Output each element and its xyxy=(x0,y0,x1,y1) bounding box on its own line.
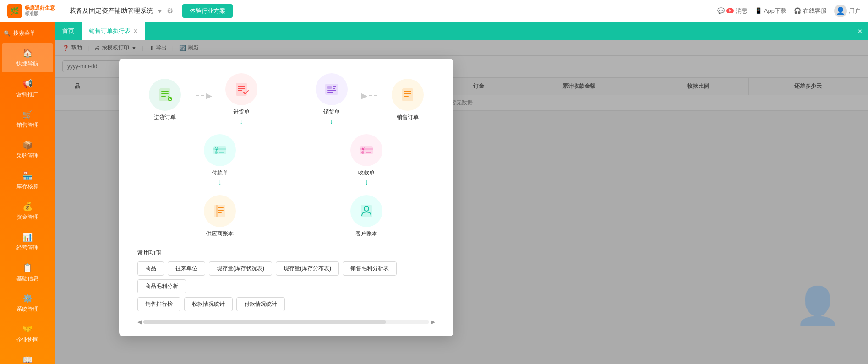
experience-btn[interactable]: 体验行业方案 xyxy=(182,4,233,18)
flow-column-purchase-bill: 进货单 ↓ xyxy=(214,73,269,127)
func-btn-stock-distribution[interactable]: 现存量(库存分布表) xyxy=(276,261,339,276)
common-functions: 常用功能 商品 往来单位 现存量(库存状况表) 现存量(库存分布表) 销售毛利分… xyxy=(137,249,435,311)
svg-rect-17 xyxy=(404,93,411,94)
func-btn-contacts[interactable]: 往来单位 xyxy=(168,261,205,276)
svg-rect-9 xyxy=(325,84,338,95)
svg-rect-13 xyxy=(327,90,336,91)
modal-overlay[interactable]: 进货订单 ▶ xyxy=(55,40,868,364)
app-download-btn[interactable]: 📱 App下载 xyxy=(755,7,786,15)
modal-box: 进货订单 ▶ xyxy=(119,59,453,336)
finance-icon: 💰 xyxy=(22,201,33,212)
svg-rect-1 xyxy=(161,91,169,92)
management-icon: 📊 xyxy=(22,232,33,242)
user-name: 用户 xyxy=(849,7,861,15)
marketing-icon: 📢 xyxy=(22,79,33,89)
purchase-order-circle[interactable] xyxy=(149,79,181,111)
sidebar-item-cooperation[interactable]: 🤝 企业协同 xyxy=(2,320,53,348)
svg-rect-22 xyxy=(219,152,224,153)
home-tab-label: 首页 xyxy=(62,27,74,35)
sidebar-item-finance[interactable]: 💰 资金管理 xyxy=(2,197,53,226)
svg-rect-6 xyxy=(238,86,245,87)
flow-node-purchase-bill: 进货单 xyxy=(214,73,269,116)
purchase-icon: 📦 xyxy=(22,140,33,150)
sidebar-label-cooperation: 企业协同 xyxy=(16,336,38,344)
purchase-bill-circle[interactable] xyxy=(225,73,257,105)
svg-rect-7 xyxy=(238,88,245,89)
func-btn-receipt-stats[interactable]: 收款情况统计 xyxy=(184,297,233,311)
phone-icon: 📱 xyxy=(755,7,762,14)
sidebar-label-sales: 销售管理 xyxy=(16,121,38,129)
customer-ledger-label: 客户账本 xyxy=(355,230,377,238)
arrow-receipt-down: ↓ xyxy=(365,179,368,186)
func-btn-stock-status[interactable]: 现存量(库存状况表) xyxy=(209,261,272,276)
svg-rect-27 xyxy=(366,152,371,153)
sidebar-item-quick-nav[interactable]: 🏠 快捷导航 xyxy=(2,43,53,72)
headset-icon: 🎧 xyxy=(794,7,801,14)
scrollbar-track[interactable] xyxy=(143,320,429,324)
decorative-figure: 👤 xyxy=(795,284,841,327)
logo-icon: 🌿 xyxy=(7,4,22,18)
svg-rect-11 xyxy=(333,86,336,87)
sidebar-item-marketing[interactable]: 📢 营销推广 xyxy=(2,74,53,103)
svg-rect-3 xyxy=(161,96,166,97)
header-right: 💬 5 消息 📱 App下载 🎧 在线客服 👤 用户 xyxy=(717,5,861,17)
supplier-ledger-circle[interactable] xyxy=(204,195,236,227)
func-btn-product[interactable]: 商品 xyxy=(137,261,164,276)
func-btn-sales-profit[interactable]: 销售毛利分析表 xyxy=(343,261,397,276)
flow-node-customer-ledger: 客户账本 xyxy=(339,195,394,238)
sidebar: 🔍 搜索菜单 🏠 快捷导航 📢 营销推广 🛒 销售管理 📦 采购管理 🏪 库存核… xyxy=(0,22,55,364)
tab-home[interactable]: 首页 xyxy=(55,22,82,40)
system-title-area: 装备及固定资产辅助管理系统 ▼ ⚙ 体验行业方案 xyxy=(70,4,717,18)
flow-node-payment: ¥ 付款单 xyxy=(192,134,247,177)
arrow-purchase-bill-down: ↓ xyxy=(240,118,243,125)
tab-bar: 首页 销售订单执行表 ✕ ✕ xyxy=(55,22,868,40)
logo-name: 畅康通好生意 xyxy=(25,5,55,11)
flow-row-3: 供应商账本 客户账本 xyxy=(137,195,435,238)
arrow-sales-order-to-sales-bill: ◀ xyxy=(359,91,381,110)
sidebar-item-inventory[interactable]: 🏪 库存核算 xyxy=(2,166,53,195)
svg-rect-8 xyxy=(238,90,242,91)
dropdown-icon[interactable]: ▼ xyxy=(157,7,163,15)
scroll-left-arrow[interactable]: ◀ xyxy=(137,319,142,325)
func-btn-sales-ranking[interactable]: 销售排行榜 xyxy=(137,297,180,311)
online-service-btn[interactable]: 🎧 在线客服 xyxy=(794,7,827,15)
avatar: 👤 xyxy=(834,5,847,17)
sidebar-item-sales[interactable]: 🛒 销售管理 xyxy=(2,105,53,134)
svg-rect-16 xyxy=(404,91,411,92)
func-btn-product-profit[interactable]: 商品毛利分析 xyxy=(137,279,186,293)
tab-close-icon[interactable]: ✕ xyxy=(133,28,138,34)
quick-nav-icon: 🏠 xyxy=(22,48,33,58)
receipt-label: 收款单 xyxy=(358,169,375,177)
payment-circle[interactable]: ¥ xyxy=(204,134,236,166)
cooperation-icon: 🤝 xyxy=(22,324,33,334)
sales-bill-circle[interactable] xyxy=(316,73,348,105)
message-label: 消息 xyxy=(736,7,748,15)
tab-bar-close-btn[interactable]: ✕ xyxy=(852,22,868,40)
tab-sales-order[interactable]: 销售订单执行表 ✕ xyxy=(82,22,145,40)
sales-order-circle[interactable] xyxy=(392,79,424,111)
sales-icon: 🛒 xyxy=(22,109,33,120)
svg-rect-32 xyxy=(218,210,224,211)
func-buttons-row2: 销售排行榜 收款情况统计 付款情况统计 xyxy=(137,297,435,311)
svg-rect-14 xyxy=(327,92,333,93)
sidebar-item-basic-info[interactable]: 📋 基础信息 xyxy=(2,258,53,287)
receipt-circle[interactable]: ¥ xyxy=(350,134,382,166)
sidebar-item-purchase[interactable]: 📦 采购管理 xyxy=(2,136,53,164)
svg-rect-31 xyxy=(218,207,224,208)
sidebar-item-management[interactable]: 📊 经营管理 xyxy=(2,228,53,256)
svg-rect-0 xyxy=(159,88,170,101)
user-menu[interactable]: 👤 用户 xyxy=(834,5,861,17)
customer-ledger-circle[interactable] xyxy=(350,195,382,227)
func-btn-payment-stats[interactable]: 付款情况统计 xyxy=(236,297,285,311)
common-functions-title: 常用功能 xyxy=(137,249,435,257)
message-btn[interactable]: 💬 5 消息 xyxy=(717,7,748,15)
page-content: ❓ 帮助 | 🖨 按模板打印 ▼ | ⬆ 导出 | 🔄 刷新 xyxy=(55,40,868,364)
search-menu[interactable]: 🔍 搜索菜单 xyxy=(0,26,55,41)
scroll-right-arrow[interactable]: ▶ xyxy=(431,319,435,325)
flow-node-sales-bill: 销货单 xyxy=(304,73,359,116)
sidebar-item-system[interactable]: ⚙️ 系统管理 xyxy=(2,289,53,318)
flow-row-1: 进货订单 ▶ xyxy=(137,73,435,127)
settings-icon[interactable]: ⚙ xyxy=(167,6,173,15)
arrow-payment-down: ↓ xyxy=(218,179,222,186)
sidebar-item-guide[interactable]: 📖 新手引导 xyxy=(2,350,53,364)
